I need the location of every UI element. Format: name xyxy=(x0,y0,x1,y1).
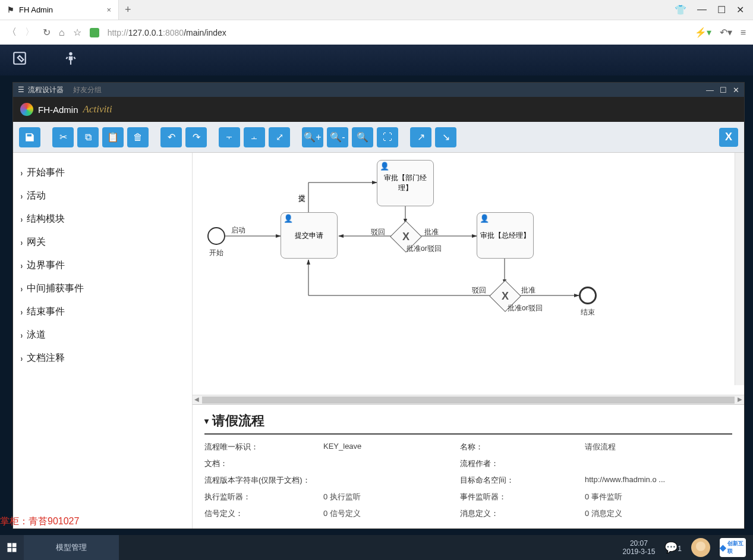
prop-key: 执行监听器： xyxy=(204,492,323,502)
v-scrollbar[interactable] xyxy=(735,153,744,385)
prop-value[interactable] xyxy=(323,475,460,486)
browser-tab[interactable]: ⚑ FH Admin × xyxy=(0,0,119,20)
undo-button[interactable]: ↶ xyxy=(160,127,182,147)
modal-titlebar[interactable]: ☰ 流程设计器 好友分组 — ☐ ✕ xyxy=(13,83,744,97)
chat-icon[interactable]: 💬1 xyxy=(664,541,682,554)
palette-annotations[interactable]: 文档注释 xyxy=(20,347,185,370)
align-h-button[interactable]: ⫠ xyxy=(244,127,265,147)
palette-gateways[interactable]: 网关 xyxy=(20,231,185,254)
prop-value[interactable]: 0 消息定义 xyxy=(585,508,732,519)
maximize-icon[interactable]: ☐ xyxy=(720,86,727,95)
prop-key: 名称： xyxy=(460,442,585,452)
zoom-in-button[interactable]: 🔍+ xyxy=(302,127,323,147)
zoom-fit-button[interactable]: ⛶ xyxy=(377,127,398,147)
cut-button[interactable]: ✂ xyxy=(52,127,74,147)
close-icon[interactable]: ✕ xyxy=(733,86,739,95)
close-icon[interactable]: × xyxy=(106,5,111,14)
task-dept-label: 审批【部门经理】 xyxy=(377,173,433,193)
prop-value[interactable]: 0 信号定义 xyxy=(323,508,460,519)
delete-button[interactable]: 🗑 xyxy=(127,127,149,147)
paste-button[interactable]: 📋 xyxy=(102,127,124,147)
save-button[interactable] xyxy=(19,127,40,147)
canvas-wrap: 开始 启动 👤 提交申请 提交 👤 审批【部门经理】 X 批准or驳回 驳回 批… xyxy=(193,153,744,528)
flow-approve1-label: 批准 xyxy=(424,227,439,237)
palette-structural[interactable]: 结构模块 xyxy=(20,207,185,231)
start-node[interactable] xyxy=(207,227,225,245)
redo-button[interactable]: ↷ xyxy=(185,127,207,147)
window-controls: 👕 — ☐ ✕ xyxy=(675,4,753,15)
bolt-icon[interactable]: ⚡▾ xyxy=(695,27,711,38)
task-gm-node[interactable]: 👤 审批【总经理】 xyxy=(477,212,534,259)
task-submit-label: 提交申请 xyxy=(281,231,337,241)
avatar[interactable] xyxy=(691,538,710,557)
zoom-reset-button[interactable]: 🔍 xyxy=(352,127,373,147)
flow-lines xyxy=(193,153,744,395)
person-icon[interactable] xyxy=(63,51,78,70)
palette-boundary-events[interactable]: 边界事件 xyxy=(20,254,185,277)
url-input[interactable]: http://127.0.0.1:8080/main/index xyxy=(108,28,686,37)
modal-tab-designer[interactable]: 流程设计器 xyxy=(28,85,64,95)
minimize-icon[interactable]: — xyxy=(697,4,707,15)
compose-icon[interactable] xyxy=(12,51,27,70)
prop-value[interactable] xyxy=(323,458,460,469)
props-title[interactable]: 请假流程 xyxy=(204,412,732,435)
palette-swimlanes[interactable]: 泳道 xyxy=(20,323,185,347)
address-bar: 〈 〉 ↻ ⌂ ☆ http://127.0.0.1:8080/main/ind… xyxy=(0,20,753,45)
brand-name: FH-Admin xyxy=(38,105,78,115)
clock[interactable]: 20:07 2019-3-15 xyxy=(623,539,656,556)
svg-rect-2 xyxy=(8,543,12,548)
svg-rect-0 xyxy=(14,52,26,64)
company-logo[interactable]: ◆创新互联 xyxy=(720,538,746,557)
tab-favicon: ⚑ xyxy=(7,5,14,14)
prop-key: 目标命名空间： xyxy=(460,475,585,486)
back-icon[interactable]: 〈 xyxy=(7,26,17,39)
align-v-button[interactable]: ⫟ xyxy=(219,127,240,147)
minimize-icon[interactable]: — xyxy=(706,86,714,95)
task-gm-label: 审批【总经理】 xyxy=(477,231,533,241)
bendpoint-add-button[interactable]: ↗ xyxy=(410,127,431,147)
prop-value[interactable] xyxy=(585,458,732,469)
task-dept-node[interactable]: 👤 审批【部门经理】 xyxy=(377,160,434,206)
taskbar-item-model[interactable]: 模型管理 xyxy=(24,535,119,560)
prop-value[interactable]: 请假流程 xyxy=(585,442,732,452)
close-icon[interactable]: ✕ xyxy=(736,4,744,15)
palette-catch-events[interactable]: 中间捕获事件 xyxy=(20,277,185,300)
end-node[interactable] xyxy=(579,287,597,304)
user-icon: 👤 xyxy=(480,214,489,223)
copy-button[interactable]: ⧉ xyxy=(77,127,99,147)
reload-icon[interactable]: ↻ xyxy=(43,27,51,38)
prop-key: 信号定义： xyxy=(204,508,323,519)
start-button[interactable] xyxy=(0,535,24,560)
zoom-out-button[interactable]: 🔍- xyxy=(327,127,348,147)
menu-icon[interactable]: ☰ xyxy=(18,86,24,94)
menu-icon[interactable]: ≡ xyxy=(741,27,746,38)
start-label: 开始 xyxy=(209,248,223,258)
canvas[interactable]: 开始 启动 👤 提交申请 提交 👤 审批【部门经理】 X 批准or驳回 驳回 批… xyxy=(193,153,744,395)
close-x-button[interactable]: X xyxy=(719,128,738,147)
undo-dropdown-icon[interactable]: ↶▾ xyxy=(720,27,732,38)
prop-value[interactable]: 0 执行监听 xyxy=(323,492,460,502)
shirt-icon[interactable]: 👕 xyxy=(675,4,686,15)
new-tab-button[interactable]: + xyxy=(119,4,137,16)
logo-icon xyxy=(20,103,33,116)
home-icon[interactable]: ⌂ xyxy=(59,27,65,38)
same-size-button[interactable]: ⤢ xyxy=(269,127,290,147)
palette-start-events[interactable]: 开始事件 xyxy=(20,161,185,184)
palette-end-events[interactable]: 结束事件 xyxy=(20,300,185,323)
h-scrollbar[interactable]: ◀▶ xyxy=(193,395,744,404)
star-icon[interactable]: ☆ xyxy=(73,27,81,38)
palette-activities[interactable]: 活动 xyxy=(20,184,185,207)
forward-icon[interactable]: 〉 xyxy=(25,26,34,39)
svg-rect-4 xyxy=(8,548,12,552)
prop-value[interactable]: KEY_leave xyxy=(323,442,460,452)
bendpoint-remove-button[interactable]: ↘ xyxy=(435,127,456,147)
shield-icon[interactable] xyxy=(90,28,99,37)
prop-value[interactable]: 0 事件监听 xyxy=(585,492,732,502)
prop-value[interactable]: http://www.fhadmin.o ... xyxy=(585,475,732,486)
prop-key: 事件监听器： xyxy=(460,492,585,502)
gateway1-label: 批准or驳回 xyxy=(407,244,442,254)
modal-tab-friends[interactable]: 好友分组 xyxy=(73,85,102,95)
svg-point-1 xyxy=(69,52,72,55)
task-submit-node[interactable]: 👤 提交申请 xyxy=(281,212,338,259)
maximize-icon[interactable]: ☐ xyxy=(717,4,726,15)
